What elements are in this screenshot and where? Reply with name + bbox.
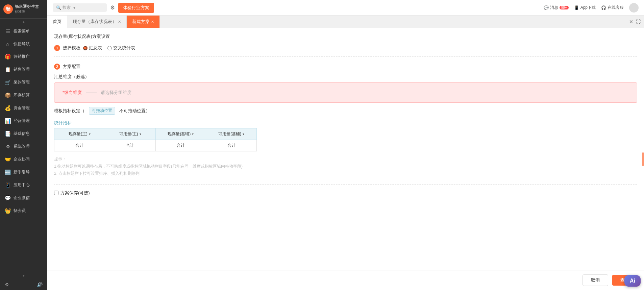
sidebar-item-wechat[interactable]: 💬 企业微信	[0, 192, 47, 204]
basic-info-icon: 📑	[5, 131, 11, 137]
sidebar-item-inventory[interactable]: 📦 库存核算	[0, 89, 47, 102]
settings-icon[interactable]: ⚙	[5, 282, 9, 287]
header-actions: 💬 消息 99+ 📱 App下载 🎧 在线客服	[544, 3, 639, 13]
sidebar-bottom: ⚙ 🔊	[0, 279, 47, 290]
tab-expand-btn[interactable]: ⛶	[636, 19, 641, 24]
finance-icon: 💰	[5, 105, 11, 111]
section1-header: 1 选择模板 汇总表 交叉统计表	[54, 45, 637, 51]
col1-label: 现存量(主)	[69, 131, 88, 137]
app-version: 标准版	[15, 9, 39, 14]
tab-new-plan-label: 新建方案	[132, 19, 150, 25]
col3-chevron-icon[interactable]: ▾	[192, 132, 194, 136]
message-icon: 💬	[544, 5, 549, 10]
app-download-btn[interactable]: 📱 App下载	[574, 5, 596, 10]
sidebar-item-finance[interactable]: 💰 资金管理	[0, 102, 47, 115]
tab-new-plan-close-icon[interactable]: ✕	[151, 20, 154, 24]
sidebar-label-inventory: 库存核算	[14, 92, 30, 98]
col2-summary: 合计	[105, 140, 155, 151]
sidebar-item-marketing[interactable]: 🎁 营销推广	[0, 50, 47, 63]
tab-close-panel-btn[interactable]: ✕	[629, 19, 633, 24]
sidebar-item-system[interactable]: ⚙ 系统管理	[0, 140, 47, 153]
sidebar-scroll-down[interactable]: ▼	[0, 272, 47, 279]
table-header-row: 现存量(主) ▾ 可用量(主) ▾	[54, 128, 257, 140]
dimension-box[interactable]: *纵向维度 —— 请选择分组维度	[54, 82, 637, 103]
tab-bar: 首页 现存量（库存状况表） ✕ 新建方案 ✕ ✕ ⛶	[47, 16, 644, 28]
col4-chevron-icon[interactable]: ▾	[243, 132, 244, 136]
search-menu-icon: ☰	[5, 28, 11, 34]
app-center-icon: 📱	[5, 182, 11, 188]
template-settings: 模板指标设定（ 可拖动位置 不可拖动位置）	[54, 107, 637, 115]
save-checkbox[interactable]	[54, 191, 58, 195]
sidebar-item-sales[interactable]: 📋 销售管理	[0, 63, 47, 76]
tab-inventory-label: 现存量（库存状况表）	[73, 19, 117, 25]
sidebar-item-basic-info[interactable]: 📑 基础信息	[0, 127, 47, 140]
radio-cross-input[interactable]	[107, 46, 112, 50]
template-radio-group: 汇总表 交叉统计表	[83, 45, 135, 51]
app-name: 畅康通好生意	[15, 4, 39, 9]
col2-chevron-icon[interactable]: ▾	[140, 132, 141, 136]
search-menu-bar[interactable]: 🔍 搜索 ▾	[53, 3, 107, 12]
sidebar-item-member[interactable]: 👑 畅会员	[0, 204, 47, 217]
tab-inventory-close-icon[interactable]: ✕	[118, 20, 121, 24]
section-plan-config: 2 方案配置 汇总维度（必选） *纵向维度 —— 请选择分组维度 模板指标设定（…	[54, 64, 637, 177]
sidebar-item-search-menu[interactable]: ☰ 搜索菜单	[0, 25, 47, 38]
sidebar-item-enterprise[interactable]: 🤝 企业协同	[0, 153, 47, 166]
col4-summary: 合计	[206, 140, 257, 151]
col1-chevron-icon[interactable]: ▾	[89, 132, 91, 136]
sidebar-item-app-center[interactable]: 📱 应用中心	[0, 179, 47, 192]
main-area: 🔍 搜索 ▾ ⚙ 体验行业方案 💬 消息 99+ 📱 App下载 🎧 在线客服	[47, 0, 644, 290]
cancel-button[interactable]: 取消	[583, 274, 608, 286]
col-header-2[interactable]: 可用量(主) ▾	[105, 128, 155, 140]
col-header-4[interactable]: 可用量(基辅) ▾	[206, 128, 257, 140]
col3-label: 现存量(基辅)	[168, 131, 191, 137]
industry-btn[interactable]: 体验行业方案	[118, 3, 154, 13]
dimension-placeholder: 请选择分组维度	[101, 90, 131, 96]
online-service-btn[interactable]: 🎧 在线客服	[601, 5, 624, 10]
radio-summary-input[interactable]	[83, 46, 88, 50]
system-icon: ⚙	[5, 144, 11, 150]
sidebar-item-quick-nav[interactable]: ⌂ 快捷导航	[0, 38, 47, 50]
content-area: 现存量(库存状况表)方案设置 1 选择模板 汇总表 交叉统计表	[47, 28, 644, 270]
search-text: 搜索	[63, 5, 71, 10]
stats-header: 统计指标	[54, 120, 637, 126]
dimension-arrow: ——	[86, 90, 97, 96]
col-header-3[interactable]: 现存量(基辅) ▾	[155, 128, 206, 140]
sidebar-item-newbie[interactable]: 🆕 新手引导	[0, 166, 47, 179]
avatar[interactable]	[629, 3, 639, 13]
tips-label: 提示：	[54, 156, 66, 161]
tip1: 1.拖动标题栏可以调整布局，不可跨维度或指标区域拖动栏目字段(只能在同一维度或指…	[54, 163, 637, 170]
table-data-row: 合计 合计 合计 合计	[54, 140, 257, 151]
sidebar-label-newbie: 新手引导	[14, 169, 30, 175]
sidebar-scroll-up[interactable]: ▲	[0, 19, 47, 25]
gear-button[interactable]: ⚙	[110, 4, 115, 11]
tab-home[interactable]: 首页	[47, 16, 67, 28]
sidebar-label-app-center: 应用中心	[14, 182, 30, 188]
stats-table: 现存量(主) ▾ 可用量(主) ▾	[54, 128, 257, 151]
section-choose-template: 1 选择模板 汇总表 交叉统计表	[54, 45, 637, 57]
member-icon: 👑	[5, 208, 11, 214]
quick-nav-icon: ⌂	[5, 41, 11, 47]
speaker-icon[interactable]: 🔊	[37, 282, 43, 287]
radio-summary[interactable]: 汇总表	[83, 45, 102, 51]
tab-home-label: 首页	[53, 19, 61, 25]
sales-icon: 📋	[5, 67, 11, 73]
sidebar-item-management[interactable]: 📊 经营管理	[0, 115, 47, 127]
tab-inventory-status[interactable]: 现存量（库存状况表） ✕	[67, 16, 127, 28]
tab-new-plan[interactable]: 新建方案 ✕	[127, 16, 160, 28]
col-header-1[interactable]: 现存量(主) ▾	[54, 128, 105, 140]
radio-cross[interactable]: 交叉统计表	[107, 45, 135, 51]
sidebar-item-purchase[interactable]: 🛒 采购管理	[0, 76, 47, 89]
message-badge: 99+	[560, 6, 569, 9]
tag-draggable: 可拖动位置	[89, 107, 115, 115]
sidebar-item-label: 搜索菜单	[14, 28, 30, 34]
message-label: 消息	[550, 5, 558, 10]
message-btn[interactable]: 💬 消息 99+	[544, 5, 569, 10]
app-name-block: 畅康通好生意 标准版	[15, 4, 39, 14]
radio-summary-label: 汇总表	[89, 45, 102, 51]
resize-handle[interactable]	[642, 152, 644, 166]
ai-float-button[interactable]: Ai	[624, 275, 641, 287]
col2-label: 可用量(主)	[119, 131, 138, 137]
sidebar-label-enterprise: 企业协同	[14, 156, 30, 162]
sidebar-label-finance: 资金管理	[14, 105, 30, 111]
save-option: 方案保存(可选)	[54, 190, 637, 196]
